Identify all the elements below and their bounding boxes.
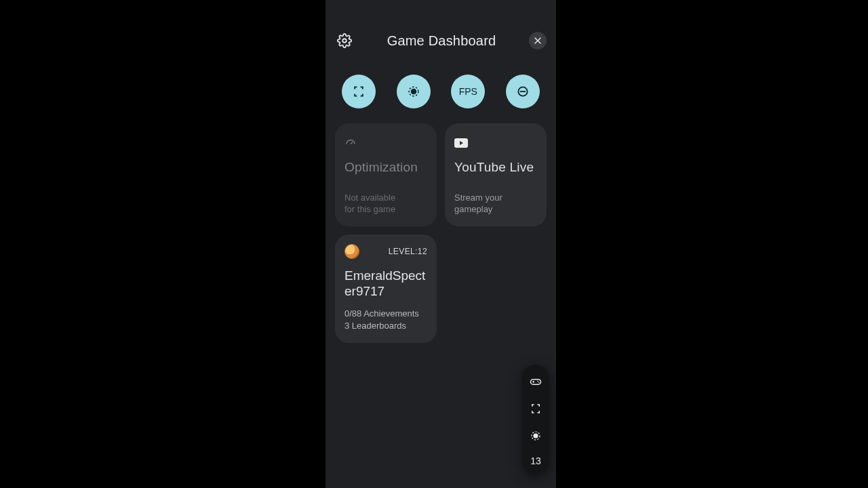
- floating-counter: 13: [530, 455, 541, 466]
- youtube-live-card[interactable]: YouTube Live Stream your gameplay: [445, 123, 547, 226]
- optimization-sub-line1: Not available: [344, 192, 395, 203]
- game-controller-icon: [529, 375, 542, 388]
- level-badge: LEVEL:12: [389, 247, 427, 256]
- optimization-title: Optimization: [344, 160, 427, 175]
- quick-actions-row: FPS: [335, 57, 547, 123]
- svg-point-11: [537, 381, 538, 382]
- svg-rect-8: [531, 380, 541, 385]
- floating-toolbar: 13: [522, 365, 549, 474]
- floating-record-button[interactable]: [528, 428, 543, 443]
- game-dashboard-panel: Game Dashboard FPS: [326, 0, 556, 488]
- gear-icon: [337, 33, 352, 48]
- avatar: [344, 244, 359, 259]
- screenshot-icon: [530, 403, 542, 415]
- achievements-line: 0/88 Achievements: [344, 308, 427, 320]
- fps-button[interactable]: FPS: [451, 75, 485, 108]
- optimization-card: Optimization Not available for this game: [335, 123, 437, 226]
- page-title: Game Dashboard: [387, 33, 496, 49]
- floating-screenshot-button[interactable]: [528, 401, 543, 416]
- optimization-subtitle: Not available for this game: [344, 192, 427, 216]
- close-icon: [533, 36, 542, 45]
- username: EmeraldSpecter9717: [344, 268, 427, 300]
- profile-top-row: LEVEL:12: [344, 244, 427, 259]
- svg-line-7: [351, 142, 353, 144]
- svg-point-3: [411, 89, 416, 94]
- speedometer-icon: [344, 136, 427, 150]
- settings-button[interactable]: [335, 31, 354, 50]
- youtube-title: YouTube Live: [454, 160, 537, 175]
- fps-label: FPS: [459, 86, 477, 97]
- optimization-sub-line2: for this game: [344, 204, 395, 214]
- youtube-subtitle: Stream your gameplay: [454, 192, 537, 216]
- do-not-disturb-button[interactable]: [506, 75, 540, 108]
- app-stage: Game Dashboard FPS: [0, 0, 868, 488]
- leaderboards-line: 3 Leaderboards: [344, 320, 427, 332]
- screenshot-icon: [352, 85, 366, 98]
- profile-card[interactable]: LEVEL:12 EmeraldSpecter9717 0/88 Achieve…: [335, 235, 437, 343]
- svg-point-12: [538, 382, 540, 383]
- game-controller-button[interactable]: [528, 374, 543, 389]
- svg-point-13: [534, 434, 538, 438]
- close-button[interactable]: [529, 32, 547, 49]
- cards-grid: Optimization Not available for this game…: [335, 123, 547, 226]
- record-button[interactable]: [397, 75, 431, 108]
- screenshot-button[interactable]: [342, 75, 376, 108]
- profile-stats: 0/88 Achievements 3 Leaderboards: [344, 308, 427, 332]
- header: Game Dashboard: [335, 0, 547, 57]
- youtube-icon: [454, 136, 537, 150]
- record-icon: [530, 430, 542, 442]
- do-not-disturb-icon: [516, 85, 530, 98]
- record-icon: [407, 85, 420, 98]
- svg-point-0: [342, 39, 347, 43]
